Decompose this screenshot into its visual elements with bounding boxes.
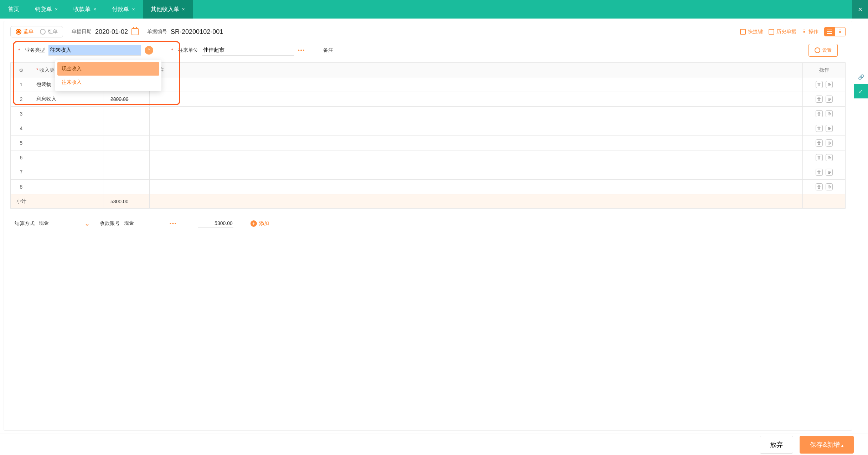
add-row-icon[interactable]: ⊕ xyxy=(826,169,833,176)
row-amount[interactable] xyxy=(103,150,150,165)
biz-type-input[interactable] xyxy=(48,45,141,56)
add-row-icon[interactable]: ⊕ xyxy=(826,183,833,190)
row-ops: 🗑⊕ xyxy=(803,107,846,121)
tab-receipt[interactable]: 收款单× xyxy=(66,0,104,19)
row-remark[interactable] xyxy=(150,92,803,107)
delete-icon[interactable]: 🗑 xyxy=(816,183,823,190)
tab-sales[interactable]: 销货单× xyxy=(27,0,66,19)
bill-date-value[interactable]: 2020-01-02 xyxy=(95,28,128,36)
row-amount[interactable]: 2800.00 xyxy=(103,92,150,107)
delete-icon[interactable]: 🗑 xyxy=(816,169,823,176)
table-row[interactable]: 2利息收入2800.00🗑⊕ xyxy=(11,92,846,107)
view-list-button[interactable] xyxy=(824,27,835,36)
unit-input[interactable] xyxy=(202,45,294,56)
subtotal-label: 小计 xyxy=(11,194,32,209)
row-remark[interactable] xyxy=(150,121,803,136)
add-row-icon[interactable]: ⊕ xyxy=(826,96,833,103)
more-icon[interactable]: ••• xyxy=(298,47,305,53)
form-row: * 业务类型 ⌃ * 往来单位 ••• 备注 设置 xyxy=(4,41,852,62)
setting-button[interactable]: 设置 xyxy=(808,44,838,57)
tab-payment[interactable]: 付款单× xyxy=(104,0,143,19)
close-icon[interactable]: × xyxy=(132,6,135,12)
close-panel-button[interactable]: × xyxy=(852,0,868,19)
row-remark[interactable] xyxy=(150,107,803,121)
chevron-down-icon[interactable]: ⌄ xyxy=(84,220,90,228)
pay-amount[interactable]: 5300.00 xyxy=(198,219,233,228)
row-remark[interactable] xyxy=(150,136,803,150)
pay-account-value[interactable]: 现金 xyxy=(123,219,166,228)
table-row[interactable]: 7🗑⊕ xyxy=(11,165,846,180)
row-remark[interactable] xyxy=(150,150,803,165)
row-category[interactable] xyxy=(32,121,103,136)
close-icon[interactable]: × xyxy=(55,6,58,12)
pay-method-value[interactable]: 现金 xyxy=(38,219,81,228)
chevron-up-icon[interactable]: ⌃ xyxy=(145,46,153,55)
row-category[interactable] xyxy=(32,107,103,121)
close-icon[interactable]: × xyxy=(93,6,96,12)
row-amount[interactable] xyxy=(103,180,150,194)
add-row-icon[interactable]: ⊕ xyxy=(826,125,833,132)
tab-home[interactable]: 首页 xyxy=(0,0,27,19)
add-row-icon[interactable]: ⊕ xyxy=(826,81,833,88)
table-row[interactable]: 8🗑⊕ xyxy=(11,180,846,194)
delete-icon[interactable]: 🗑 xyxy=(816,110,823,117)
delete-icon[interactable]: 🗑 xyxy=(816,81,823,88)
dropdown-option[interactable]: 现金收入 xyxy=(57,62,159,76)
row-ops: 🗑⊕ xyxy=(803,165,846,180)
row-index: 7 xyxy=(11,165,32,180)
add-payment-button[interactable]: + 添加 xyxy=(250,220,269,227)
row-amount[interactable] xyxy=(103,136,150,150)
operate-button[interactable]: ⠿操作 xyxy=(802,29,818,35)
tab-other-income[interactable]: 其他收入单× xyxy=(143,0,193,19)
row-index: 6 xyxy=(11,150,32,165)
bill-date-field: 单据日期 2020-01-02 xyxy=(72,28,139,36)
history-icon xyxy=(769,29,774,35)
add-row-icon[interactable]: ⊕ xyxy=(826,139,833,147)
row-amount[interactable] xyxy=(103,165,150,180)
row-index: 1 xyxy=(11,77,32,92)
row-category[interactable]: 利息收入 xyxy=(32,92,103,107)
radio-red[interactable]: 红单 xyxy=(40,29,58,35)
toolbar: 蓝单 红单 单据日期 2020-01-02 单据编号 SR-20200102-0… xyxy=(4,21,852,41)
table-row[interactable]: 4🗑⊕ xyxy=(11,121,846,136)
radio-blue[interactable]: 蓝单 xyxy=(16,29,33,35)
table-row[interactable]: 3🗑⊕ xyxy=(11,107,846,121)
view-grid-button[interactable]: ⠿ xyxy=(835,27,846,36)
grid-icon: ⠿ xyxy=(838,29,842,34)
row-index: 3 xyxy=(11,107,32,121)
gear-column-header[interactable]: ⚙ xyxy=(11,63,32,77)
delete-icon[interactable]: 🗑 xyxy=(816,96,823,103)
discard-button[interactable]: 放弃 xyxy=(760,436,793,454)
save-button[interactable]: 保存&新增▴ xyxy=(800,436,854,454)
row-ops: 🗑⊕ xyxy=(803,77,846,92)
note-input[interactable] xyxy=(337,45,444,55)
row-category[interactable] xyxy=(32,136,103,150)
row-category[interactable] xyxy=(32,180,103,194)
close-icon[interactable]: × xyxy=(182,6,185,12)
grid-icon: ⠿ xyxy=(802,29,806,35)
calendar-icon[interactable] xyxy=(131,28,139,35)
row-category[interactable] xyxy=(32,165,103,180)
delete-icon[interactable]: 🗑 xyxy=(816,154,823,161)
delete-icon[interactable]: 🗑 xyxy=(816,139,823,147)
row-amount[interactable] xyxy=(103,107,150,121)
table-row[interactable]: 6🗑⊕ xyxy=(11,150,846,165)
row-ops: 🗑⊕ xyxy=(803,150,846,165)
more-icon[interactable]: ••• xyxy=(170,221,177,226)
pay-account-label: 收款账号 xyxy=(100,220,120,227)
row-category[interactable] xyxy=(32,150,103,165)
row-amount[interactable] xyxy=(103,121,150,136)
view-toggle: ⠿ xyxy=(824,27,846,36)
history-button[interactable]: 历史单据 xyxy=(769,29,796,35)
row-remark[interactable] xyxy=(150,180,803,194)
link-icon[interactable]: 🔗 xyxy=(854,70,868,84)
shortcut-button[interactable]: 快捷键 xyxy=(740,29,763,35)
expand-icon[interactable]: ⤢ xyxy=(854,84,868,98)
dropdown-option[interactable]: 往来收入 xyxy=(57,76,159,89)
delete-icon[interactable]: 🗑 xyxy=(816,125,823,132)
add-row-icon[interactable]: ⊕ xyxy=(826,110,833,117)
add-row-icon[interactable]: ⊕ xyxy=(826,154,833,161)
table-row[interactable]: 5🗑⊕ xyxy=(11,136,846,150)
row-remark[interactable] xyxy=(150,77,803,92)
row-remark[interactable] xyxy=(150,165,803,180)
